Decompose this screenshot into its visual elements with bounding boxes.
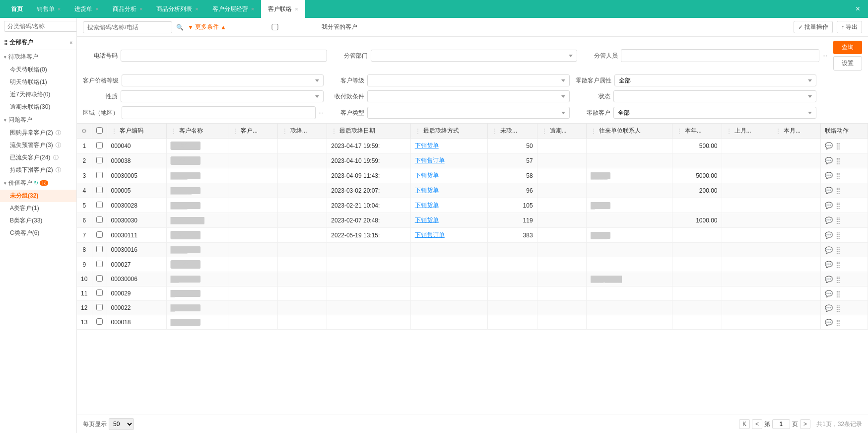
all-customers-header[interactable]: ⣿ 全部客户 «	[0, 35, 76, 50]
row-check[interactable]	[96, 157, 103, 163]
nature-select[interactable]	[121, 90, 324, 102]
nav-goods-analysis[interactable]: 商品分析 ×	[106, 0, 149, 18]
row-check[interactable]	[96, 246, 103, 252]
settings-icon[interactable]: ⚙	[81, 128, 87, 135]
cust-level-select[interactable]	[367, 74, 570, 86]
close-customer-tier-icon[interactable]: ×	[251, 6, 254, 12]
cust-type-select[interactable]	[367, 107, 570, 119]
grid-action-icon[interactable]: ⣿	[836, 304, 841, 312]
row-last-method[interactable]: 下销货单	[410, 139, 487, 153]
chat-icon[interactable]: 💬	[825, 216, 833, 224]
close-customer-contact-icon[interactable]: ×	[295, 6, 298, 12]
attr-select[interactable]: 全部	[614, 74, 816, 86]
search-input[interactable]	[83, 21, 172, 33]
chat-icon[interactable]: 💬	[825, 319, 833, 326]
grid-action-icon[interactable]: ⣿	[836, 216, 841, 224]
refresh-icon[interactable]: ↻	[34, 180, 38, 186]
row-last-method[interactable]: 下销货单	[410, 183, 487, 198]
row-checkbox[interactable]	[92, 198, 107, 213]
row-last-method[interactable]: 下销货单	[410, 213, 487, 228]
pending-group-header[interactable]: ▾ 待联络客户	[0, 50, 76, 64]
sidebar-item-lost-warning[interactable]: 流失预警客户(3) ⓘ	[0, 139, 76, 151]
grid-action-icon[interactable]: ⣿	[836, 202, 841, 209]
retail-select[interactable]: 全部	[613, 107, 816, 119]
region-input[interactable]	[122, 106, 316, 119]
page-number-input[interactable]	[772, 419, 790, 429]
row-last-method[interactable]	[410, 243, 487, 257]
payment-select[interactable]	[367, 90, 570, 102]
row-checkbox[interactable]	[92, 228, 107, 243]
sidebar-item-lost[interactable]: 已流失客户(24) ⓘ	[0, 151, 76, 164]
grid-action-icon[interactable]: ⣿	[836, 261, 841, 268]
first-page-btn[interactable]: K	[739, 419, 750, 429]
price-level-select[interactable]	[122, 74, 324, 86]
sidebar-item-tomorrow[interactable]: 明天待联络(1)	[0, 76, 76, 88]
row-check[interactable]	[96, 318, 103, 325]
last-method-link[interactable]: 下销售订单	[415, 231, 445, 238]
nav-sales[interactable]: 销售单 ×	[30, 0, 67, 18]
row-check[interactable]	[96, 202, 103, 208]
grid-action-icon[interactable]: ⣿	[836, 142, 841, 149]
chat-icon[interactable]: 💬	[825, 276, 833, 283]
row-last-method[interactable]	[410, 287, 487, 301]
select-all-checkbox[interactable]	[96, 127, 103, 134]
problem-group-header[interactable]: ▾ 问题客户	[0, 113, 76, 127]
last-method-link[interactable]: 下销货单	[415, 172, 439, 179]
row-checkbox[interactable]	[92, 139, 107, 153]
row-check[interactable]	[96, 261, 103, 267]
more-conditions-btn[interactable]: ▼ 更多条件 ▲	[188, 23, 226, 31]
my-customers-check[interactable]	[230, 24, 320, 30]
row-checkbox[interactable]	[92, 257, 107, 272]
query-btn[interactable]: 查询	[833, 41, 862, 54]
chat-icon[interactable]: 💬	[825, 187, 833, 194]
sidebar-item-today[interactable]: 今天待联络(0)	[0, 64, 76, 76]
nav-purchase[interactable]: 进货单 ×	[67, 0, 105, 18]
row-check[interactable]	[96, 216, 103, 223]
row-last-method[interactable]	[410, 272, 487, 287]
row-checkbox[interactable]	[92, 213, 107, 228]
reset-btn[interactable]: 设置	[833, 56, 862, 71]
nav-customer-tier[interactable]: 客户分层经营 ×	[205, 0, 261, 18]
row-last-method[interactable]: 下销货单	[410, 168, 487, 183]
last-method-link[interactable]: 下销货单	[415, 202, 439, 209]
nav-home[interactable]: 首页	[4, 0, 30, 18]
grid-action-icon[interactable]: ⣿	[836, 187, 841, 194]
last-method-link[interactable]: 下销售订单	[415, 157, 445, 164]
prev-page-btn[interactable]: <	[752, 419, 762, 429]
sidebar-item-abnormal[interactable]: 囤购异常客户(2) ⓘ	[0, 127, 76, 139]
phone-input[interactable]	[121, 50, 327, 62]
page-size-select[interactable]: 50 100	[109, 418, 134, 430]
grid-action-icon[interactable]: ⣿	[836, 172, 841, 179]
value-group-header[interactable]: ▾ 价值客户 ↻ R	[0, 176, 76, 190]
row-checkbox[interactable]	[92, 315, 107, 330]
sidebar-item-7days[interactable]: 近7天待联络(0)	[0, 88, 76, 101]
row-checkbox[interactable]	[92, 153, 107, 168]
close-purchase-icon[interactable]: ×	[95, 6, 98, 12]
row-check[interactable]	[96, 289, 103, 296]
nav-goods-list[interactable]: 商品分析列表 ×	[149, 0, 205, 18]
status-select[interactable]	[613, 90, 816, 102]
row-checkbox[interactable]	[92, 272, 107, 287]
last-method-link[interactable]: 下销货单	[415, 142, 439, 149]
my-customers-checkbox[interactable]: 我分管的客户	[230, 23, 357, 31]
sidebar-search-input[interactable]	[4, 21, 77, 32]
last-method-link[interactable]: 下销货单	[415, 216, 439, 223]
person-input[interactable]	[621, 49, 819, 62]
row-last-method[interactable]: 下销售订单	[410, 228, 487, 243]
export-btn[interactable]: ↑ 导出	[837, 21, 862, 33]
row-check[interactable]	[96, 172, 103, 178]
row-checkbox[interactable]	[92, 243, 107, 257]
chat-icon[interactable]: 💬	[825, 231, 833, 239]
row-last-method[interactable]: 下销货单	[410, 198, 487, 213]
chat-icon[interactable]: 💬	[825, 261, 833, 268]
collapse-sidebar-icon[interactable]: «	[69, 40, 72, 45]
sidebar-item-declining[interactable]: 持续下滑客户(2) ⓘ	[0, 164, 76, 176]
row-checkbox[interactable]	[92, 183, 107, 198]
row-checkbox[interactable]	[92, 168, 107, 183]
row-check[interactable]	[96, 231, 103, 238]
chat-icon[interactable]: 💬	[825, 157, 833, 164]
row-check[interactable]	[96, 142, 103, 148]
dept-select[interactable]	[371, 50, 577, 62]
batch-op-btn[interactable]: ✓ 批量操作	[794, 21, 833, 33]
sidebar-item-c-class[interactable]: C类客户(6)	[0, 227, 76, 239]
